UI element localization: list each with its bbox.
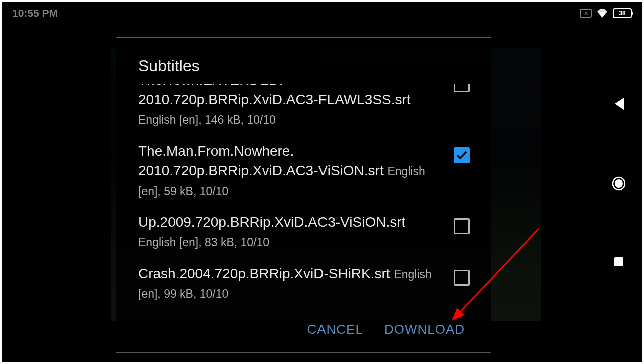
download-button[interactable]: DOWNLOAD — [384, 322, 465, 337]
subtitle-meta: English [en], 146 kB, 10/10 — [138, 113, 276, 126]
subtitle-checkbox[interactable] — [454, 84, 470, 92]
subtitle-filename: Crash.2004.720p.BRRip.XviD-SHiRK.srt — [138, 266, 390, 281]
cancel-button[interactable]: CANCEL — [307, 322, 363, 337]
subtitle-item[interactable]: Crash.2004.720p.BRRip.XviD-SHiRK.srt Eng… — [138, 259, 477, 310]
recent-button[interactable] — [613, 256, 624, 267]
svg-rect-4 — [614, 257, 623, 266]
dialog-buttons: CANCEL DOWNLOAD — [116, 315, 491, 352]
subtitle-filename: The.Man.From.Nowhere. 2010.720p.BRRip.Xv… — [138, 143, 384, 178]
back-button[interactable] — [613, 97, 625, 111]
subtitles-dialog: Subtitles The.Town.EXTENDED. 2010.720p.B… — [116, 37, 491, 353]
subtitle-checkbox[interactable] — [454, 147, 470, 163]
dialog-title: Subtitles — [116, 38, 491, 84]
subtitle-checkbox[interactable] — [454, 218, 470, 234]
subtitle-list[interactable]: The.Town.EXTENDED. 2010.720p.BRRip.XviD.… — [116, 84, 491, 315]
subtitle-item[interactable]: The.Town.EXTENDED. 2010.720p.BRRip.XviD.… — [138, 84, 477, 136]
subtitle-item[interactable]: Up.2009.720p.BRRip.XviD.AC3-ViSiON.srt E… — [138, 207, 477, 258]
svg-point-3 — [615, 179, 623, 188]
home-button[interactable] — [611, 176, 626, 191]
subtitle-filename: The.Town.EXTENDED. 2010.720p.BRRip.XviD.… — [138, 84, 411, 107]
nav-bar — [597, 3, 641, 361]
subtitle-item[interactable]: The.Man.From.Nowhere. 2010.720p.BRRip.Xv… — [138, 136, 477, 208]
subtitle-checkbox[interactable] — [454, 270, 470, 286]
subtitle-meta: English [en], 83 kB, 10/10 — [138, 236, 269, 249]
subtitle-filename: Up.2009.720p.BRRip.XviD.AC3-ViSiON.srt — [138, 214, 405, 230]
